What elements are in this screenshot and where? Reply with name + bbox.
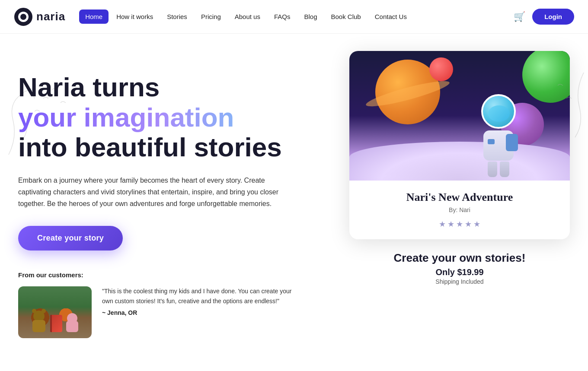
book-title: Nari's New Adventure <box>361 191 558 204</box>
hero-headline: Naria turns your imagination into beauti… <box>18 73 304 162</box>
nav-links: Home How it works Stories Pricing About … <box>79 10 514 24</box>
book-info: Nari's New Adventure By: Nari ★ ★ ★ ★ ★ <box>349 181 570 239</box>
customers-label: From our customers: <box>18 271 304 279</box>
astronaut-helmet <box>481 94 516 129</box>
nav-home[interactable]: Home <box>79 10 109 24</box>
nav-stories[interactable]: Stories <box>161 10 193 24</box>
planet-red <box>429 57 453 81</box>
star-4: ★ <box>465 219 472 229</box>
astronaut-visor <box>488 105 510 122</box>
hero-section: Naria turns your imagination into beauti… <box>0 34 588 362</box>
logo-text: naria <box>36 10 65 23</box>
book-cover <box>349 51 570 181</box>
ground <box>349 142 570 181</box>
star-5: ★ <box>473 219 480 229</box>
star-3: ★ <box>456 219 463 229</box>
astronaut <box>470 94 527 168</box>
svg-point-2 <box>20 14 26 20</box>
testimonial-content: "This is the coolest thing my kids and I… <box>102 286 304 316</box>
astronaut-pack <box>506 134 518 151</box>
hero-description: Embark on a journey where your family be… <box>18 174 282 210</box>
testimonial-quote: "This is the coolest thing my kids and I… <box>102 286 304 306</box>
testimonial: "This is the coolest thing my kids and I… <box>18 286 304 338</box>
nav-faqs[interactable]: FAQs <box>268 10 297 24</box>
play-now-banner: Play Now <box>0 362 588 371</box>
nav-pricing[interactable]: Pricing <box>195 10 227 24</box>
astronaut-leg-right <box>500 162 509 177</box>
cta-title: Create your own stories! <box>349 251 570 265</box>
nav-right: 🛒 Login <box>514 9 574 25</box>
logo-icon <box>14 7 33 26</box>
logo-link[interactable]: naria <box>14 7 65 26</box>
nav-blog[interactable]: Blog <box>298 10 323 24</box>
navbar: naria Home How it works Stories Pricing … <box>0 0 588 34</box>
astronaut-legs <box>470 162 527 177</box>
hero-title-line1: Naria turns <box>18 72 160 102</box>
cta-shipping: Shipping Included <box>349 278 570 285</box>
astronaut-body <box>483 130 514 161</box>
book-stars: ★ ★ ★ ★ ★ <box>361 219 558 229</box>
cta-price: Only $19.99 <box>349 267 570 277</box>
testimonial-author: ~ Jenna, OR <box>102 309 304 316</box>
book-card: Nari's New Adventure By: Nari ★ ★ ★ ★ ★ <box>349 51 570 239</box>
login-button[interactable]: Login <box>532 9 574 25</box>
nav-about-us[interactable]: About us <box>229 10 266 24</box>
create-story-button[interactable]: Create your story <box>18 226 123 251</box>
nav-contact-us[interactable]: Contact Us <box>369 10 413 24</box>
book-author: By: Nari <box>361 206 558 213</box>
hero-left: Naria turns your imagination into beauti… <box>18 60 304 338</box>
cart-icon[interactable]: 🛒 <box>514 11 525 22</box>
cta-below-card: Create your own stories! Only $19.99 Shi… <box>349 251 570 285</box>
hero-title-line2: your imagination <box>18 102 304 133</box>
astronaut-leg-left <box>488 162 497 177</box>
nav-how-it-works[interactable]: How it works <box>110 10 159 24</box>
hero-right: Nari's New Adventure By: Nari ★ ★ ★ ★ ★ … <box>349 51 570 285</box>
star-2: ★ <box>447 219 454 229</box>
planet-green <box>522 51 570 103</box>
nav-book-club[interactable]: Book Club <box>325 10 367 24</box>
star-1: ★ <box>439 219 446 229</box>
testimonial-image <box>18 286 92 338</box>
hero-title-line3: into beautiful stories <box>18 133 304 162</box>
